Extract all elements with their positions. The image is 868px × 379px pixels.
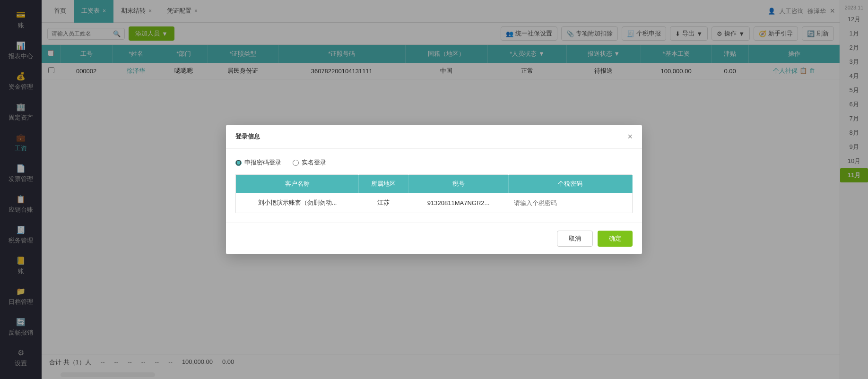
radio-password-input[interactable]	[235, 160, 242, 166]
confirm-button[interactable]: 确定	[598, 231, 633, 247]
login-type-radio-group: 申报密码登录 实名登录	[235, 158, 633, 167]
radio-password-label: 申报密码登录	[244, 158, 281, 167]
radio-password-login[interactable]: 申报密码登录	[235, 158, 281, 167]
tax-password-input[interactable]	[514, 199, 626, 207]
modal-col-region: 所属地区	[359, 175, 408, 193]
modal-overlay: 登录信息 × 申报密码登录 实名登录 客户名称 所属地区	[0, 0, 868, 379]
modal-col-password: 个税密码	[508, 175, 632, 193]
modal-cell-taxno: 91320811MA7NGR2...	[408, 193, 509, 213]
radio-realname-login[interactable]: 实名登录	[293, 158, 326, 167]
modal-col-taxno: 税号	[408, 175, 509, 193]
modal-table-row: 刘小艳演示账套（勿删勿动... 江苏 91320811MA7NGR2...	[236, 193, 633, 213]
modal-body: 申报密码登录 实名登录 客户名称 所属地区 税号 个税密码	[226, 149, 642, 223]
login-info-modal: 登录信息 × 申报密码登录 实名登录 客户名称 所属地区	[226, 125, 642, 254]
modal-cell-region: 江苏	[359, 193, 408, 213]
modal-title: 登录信息	[235, 132, 260, 141]
modal-cell-password[interactable]	[508, 193, 632, 213]
modal-header: 登录信息 ×	[226, 125, 642, 149]
radio-realname-input[interactable]	[293, 160, 299, 166]
modal-close-button[interactable]: ×	[627, 132, 633, 141]
modal-footer: 取消 确定	[226, 223, 642, 254]
customer-table: 客户名称 所属地区 税号 个税密码 刘小艳演示账套（勿删勿动... 江苏 913…	[235, 174, 633, 213]
radio-realname-label: 实名登录	[302, 158, 326, 167]
cancel-button[interactable]: 取消	[557, 231, 593, 247]
modal-cell-name: 刘小艳演示账套（勿删勿动...	[236, 193, 359, 213]
modal-col-name: 客户名称	[236, 175, 359, 193]
